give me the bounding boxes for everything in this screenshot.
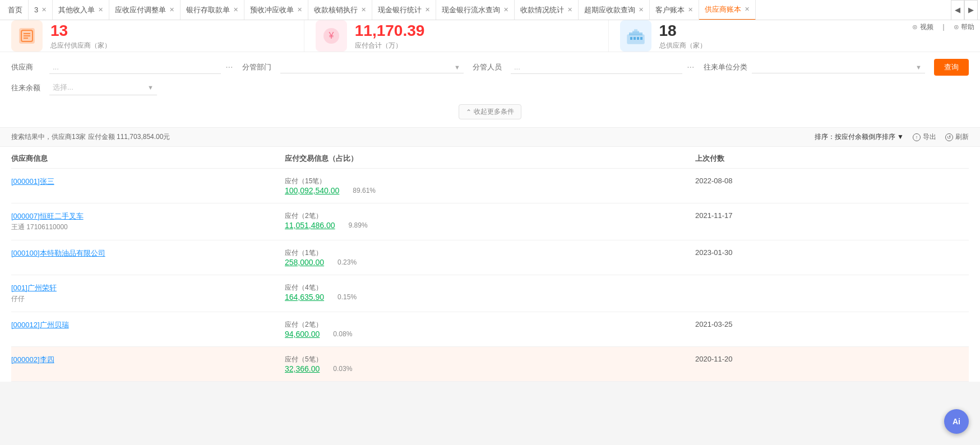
nav-tab-cash-bank-stat-close[interactable]: ✕ xyxy=(425,6,430,13)
nav-prev-arrow[interactable]: ◀ xyxy=(951,0,964,20)
nav-tab-ar-ap-adjust[interactable]: 应收应付调整单 ✕ xyxy=(109,0,181,20)
dept-filter-label: 分管部门 xyxy=(242,62,276,72)
tx-amount-5[interactable]: 32,366.00 xyxy=(285,364,320,373)
export-icon: ↑ xyxy=(913,133,921,141)
nav-tab-home[interactable]: 首页 xyxy=(2,0,29,20)
tx-percent-4: 0.08% xyxy=(333,330,352,338)
tx-label-0: 应付（15笔） xyxy=(285,177,695,186)
supplier-sub-1: 王通 17106110000 xyxy=(11,222,285,232)
tx-percent-2: 0.23% xyxy=(338,258,357,266)
nav-tab-customer-ledger[interactable]: 客户账本 ✕ xyxy=(650,0,699,20)
total-suppliers-text: 18 总供应商（家） xyxy=(659,21,706,51)
nav-tab-pre-receive[interactable]: 预收冲应收单 ✕ xyxy=(244,0,308,20)
nav-tab-other-income[interactable]: 其他收入单 ✕ xyxy=(53,0,109,20)
supplier-name-1[interactable]: [000007]恒旺二手叉车 xyxy=(11,211,285,221)
tx-label-3: 应付（4笔） xyxy=(285,283,695,293)
lastpay-date-5: 2020-11-20 xyxy=(695,355,733,363)
svg-rect-12 xyxy=(640,37,642,40)
supplier-dots-icon[interactable]: ··· xyxy=(225,62,233,72)
transaction-col-4: 应付（2笔） 94,600.00 0.08% xyxy=(285,320,695,339)
payable-suppliers-number: 13 xyxy=(50,21,111,40)
tx-amount-4[interactable]: 94,600.00 xyxy=(285,330,320,339)
nav-tab-other-income-close[interactable]: ✕ xyxy=(98,6,103,13)
payable-amount-number: 11,170.39 xyxy=(355,21,425,40)
person-filter-label: 分管人员 xyxy=(473,62,506,72)
nav-tab-pre-receive-close[interactable]: ✕ xyxy=(297,6,302,13)
svg-rect-11 xyxy=(637,37,639,40)
nav-tab-cash-flow-query-close[interactable]: ✕ xyxy=(503,6,509,13)
nav-tab-receipt-stat[interactable]: 收款情况统计 ✕ xyxy=(515,0,579,20)
supplier-name-5[interactable]: [000002]李四 xyxy=(11,355,285,365)
help-icon: ⊙ xyxy=(954,23,959,31)
tx-amount-2[interactable]: 258,000.00 xyxy=(285,258,324,267)
nav-tab-3[interactable]: 3 ✕ xyxy=(29,0,53,20)
collapse-button[interactable]: ⌃ 收起更多条件 xyxy=(459,104,521,119)
balance-select-placeholder: 选择... xyxy=(53,82,147,92)
search-button[interactable]: 查询 xyxy=(934,59,969,76)
lastpay-col-2: 2023-01-30 xyxy=(695,248,969,257)
filter-supplier: 供应商 ··· xyxy=(11,61,233,74)
supplier-input[interactable] xyxy=(49,61,221,74)
result-summary: 搜索结果中，供应商13家 应付金额 111,703,854.00元 xyxy=(11,132,170,142)
nav-tab-overdue-query[interactable]: 超期应收款查询 ✕ xyxy=(579,0,650,20)
nav-tab-cash-flow-query[interactable]: 现金银行流水查询 ✕ xyxy=(436,0,515,20)
total-suppliers-label: 总供应商（家） xyxy=(659,41,706,50)
refresh-button[interactable]: ↺ 刷新 xyxy=(945,132,969,142)
category-select[interactable]: ▼ xyxy=(752,62,926,73)
nav-tab-receipt-stat-label: 收款情况统计 xyxy=(520,5,564,15)
transaction-col-3: 应付（4笔） 164,635.90 0.15% xyxy=(285,283,695,302)
person-input[interactable] xyxy=(511,61,682,74)
nav-tab-3-label: 3 xyxy=(34,6,38,14)
nav-tab-ar-ap-adjust-close[interactable]: ✕ xyxy=(169,6,174,13)
supplier-col-3: [001]广州荣轩 仔仔 xyxy=(11,283,285,304)
video-link[interactable]: ⊙ 视频 xyxy=(912,22,933,32)
tx-percent-3: 0.15% xyxy=(338,293,357,301)
total-suppliers-icon xyxy=(620,20,651,52)
filter-category: 往来单位分类 ▼ xyxy=(704,62,926,73)
help-link[interactable]: ⊙ 帮助 xyxy=(954,22,974,32)
tx-percent-0: 89.61% xyxy=(353,187,376,194)
top-nav: 首页 3 ✕ 其他收入单 ✕ 应收应付调整单 ✕ 银行存取款单 ✕ 预收冲应收单… xyxy=(0,0,980,20)
table-body: [000001]张三 应付（15笔） 100,092,540.00 89.61%… xyxy=(11,169,969,382)
transaction-col-5: 应付（5笔） 32,366.00 0.03% xyxy=(285,355,695,373)
lastpay-date-1: 2021-11-17 xyxy=(695,211,733,220)
nav-tab-receipt-stat-close[interactable]: ✕ xyxy=(567,6,572,13)
transaction-col-1: 应付（2笔） 11,051,486.00 9.89% xyxy=(285,211,695,230)
sort-label[interactable]: 排序：按应付余额倒序排序 ▼ xyxy=(815,132,904,142)
nav-tab-bank-deposit[interactable]: 银行存取款单 ✕ xyxy=(181,0,244,20)
lastpay-date-4: 2021-03-25 xyxy=(695,320,733,328)
person-dots-icon[interactable]: ··· xyxy=(687,62,694,72)
col-header-lastpay: 上次付数 xyxy=(695,154,969,164)
supplier-name-3[interactable]: [001]广州荣轩 xyxy=(11,283,285,293)
nav-next-arrow[interactable]: ▶ xyxy=(964,0,978,20)
supplier-col-2: [000100]本特勒油品有限公司 xyxy=(11,248,285,258)
nav-tab-bank-deposit-label: 银行存取款单 xyxy=(186,5,230,15)
tx-amount-0[interactable]: 100,092,540.00 xyxy=(285,186,339,195)
nav-tab-payment-verify[interactable]: 收款核销执行 ✕ xyxy=(308,0,372,20)
export-button[interactable]: ↑ 导出 xyxy=(913,132,936,142)
tx-amount-3[interactable]: 164,635.90 xyxy=(285,293,324,302)
filter-row-2: 往来余额 选择... ▼ xyxy=(11,80,969,95)
nav-tab-supplier-ledger[interactable]: 供应商账本 ✕ xyxy=(699,0,756,20)
nav-tab-cash-bank-stat[interactable]: 现金银行统计 ✕ xyxy=(372,0,436,20)
tx-amount-1[interactable]: 11,051,486.00 xyxy=(285,221,335,230)
supplier-name-0[interactable]: [000001]张三 xyxy=(11,177,285,187)
table-row: [000100]本特勒油品有限公司 应付（1笔） 258,000.00 0.23… xyxy=(11,240,969,275)
nav-tab-3-close[interactable]: ✕ xyxy=(41,6,47,13)
nav-tab-payment-verify-close[interactable]: ✕ xyxy=(361,6,366,13)
lastpay-col-5: 2020-11-20 xyxy=(695,355,969,363)
nav-tab-supplier-ledger-close[interactable]: ✕ xyxy=(745,6,750,13)
table-row: [000007]恒旺二手叉车 王通 17106110000 应付（2笔） 11,… xyxy=(11,203,969,240)
supplier-name-4[interactable]: [000012]广州贝瑞 xyxy=(11,320,285,330)
supplier-sub-3: 仔仔 xyxy=(11,294,285,304)
payable-amount-text: 11,170.39 应付合计（万） xyxy=(355,21,425,51)
balance-select[interactable]: 选择... ▼ xyxy=(49,80,157,95)
nav-tab-bank-deposit-close[interactable]: ✕ xyxy=(233,6,238,13)
table-row: [000012]广州贝瑞 应付（2笔） 94,600.00 0.08% 2021… xyxy=(11,312,969,347)
stat-total-suppliers: 18 总供应商（家） xyxy=(609,20,913,52)
payable-amount-icon: ¥ xyxy=(316,20,347,52)
nav-tab-overdue-query-close[interactable]: ✕ xyxy=(639,6,644,13)
dept-select[interactable]: ▼ xyxy=(280,62,464,73)
nav-tab-customer-ledger-close[interactable]: ✕ xyxy=(688,6,693,13)
supplier-name-2[interactable]: [000100]本特勒油品有限公司 xyxy=(11,248,285,258)
